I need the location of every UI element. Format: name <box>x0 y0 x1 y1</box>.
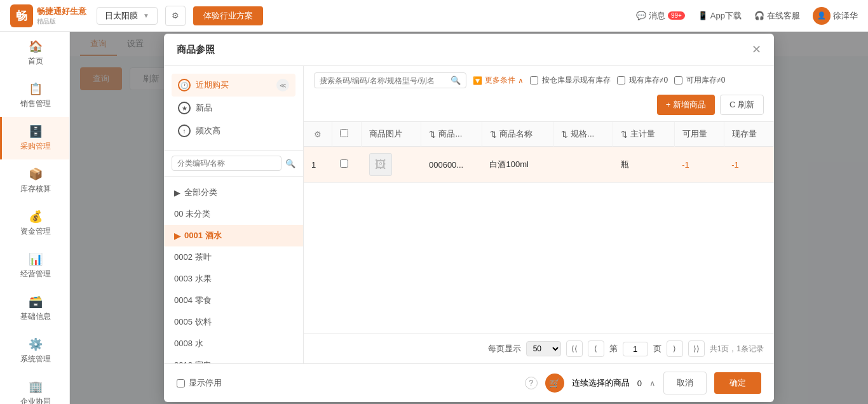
th-spec[interactable]: ⇅ 规格... <box>553 122 613 147</box>
enterprise-icon: 🏢 <box>29 380 43 394</box>
th-code[interactable]: ⇅ 商品... <box>421 122 482 147</box>
modal-close-button[interactable]: ✕ <box>752 43 761 57</box>
footer-right-area: ? 🛒 连续选择的商品 0 ∧ 取消 确定 <box>525 372 761 394</box>
last-page-button[interactable]: ⟩⟩ <box>688 340 705 357</box>
checkbox-warehouse[interactable] <box>530 76 538 84</box>
sidebar-item-inventory[interactable]: 📦 库存核算 <box>0 159 69 202</box>
sidebar-label-purchase: 采购管理 <box>20 141 51 152</box>
cancel-button[interactable]: 取消 <box>663 372 707 394</box>
product-search-icon[interactable]: 🔍 <box>451 76 461 85</box>
page-number-input[interactable] <box>623 342 648 356</box>
modal-header: 商品参照 ✕ <box>164 34 774 66</box>
th-unit[interactable]: ⇅ 主计量 <box>613 122 674 147</box>
sidebar-item-purchase[interactable]: 🗄️ 采购管理 <box>0 117 69 159</box>
trial-button[interactable]: 体验行业方案 <box>193 6 263 25</box>
page-size-label: 每页显示 <box>488 343 521 354</box>
sidebar-label-system: 系统管理 <box>20 354 51 365</box>
category-item-0010[interactable]: 0010 家电 <box>164 354 303 363</box>
customer-service-nav-item[interactable]: 🎧 在线客服 <box>754 10 800 22</box>
nav-item-frequent[interactable]: ↑ 频次高 <box>172 119 295 142</box>
select-all-checkbox[interactable] <box>340 129 348 137</box>
next-page-button[interactable]: ⟩ <box>667 340 683 357</box>
show-disabled-checkbox[interactable] <box>177 379 185 387</box>
logo-text-area: 畅捷通好生意 精品版 <box>37 6 86 26</box>
category-item-00[interactable]: 00 未分类 <box>164 203 303 225</box>
category-item-0003[interactable]: 0003 水果 <box>164 268 303 290</box>
sidebar-item-system[interactable]: ⚙️ 系统管理 <box>0 330 69 372</box>
category-item-0005[interactable]: 0005 饮料 <box>164 311 303 333</box>
cell-checkbox <box>332 147 362 183</box>
category-item-0008[interactable]: 0008 水 <box>164 333 303 354</box>
collapse-icon[interactable]: ≪ <box>276 79 289 91</box>
messages-nav-item[interactable]: 💬 消息 99+ <box>636 10 685 22</box>
sidebar-label-sales: 销售管理 <box>20 98 51 109</box>
sidebar-item-enterprise[interactable]: 🏢 企业协同 <box>0 372 69 404</box>
checkbox-stock[interactable] <box>617 76 625 84</box>
sidebar-item-operations[interactable]: 📊 经营管理 <box>0 245 69 287</box>
cell-seq: 1 <box>304 147 332 183</box>
top-nav: 畅 畅捷通好生意 精品版 日太阳膜 ▼ ⚙ 体验行业方案 💬 消息 99+ 📱 … <box>0 0 868 32</box>
nav-item-new[interactable]: ★ 新品 <box>172 97 295 119</box>
cell-spec <box>553 147 613 183</box>
product-thumbnail: 🖼 <box>369 153 392 176</box>
checkbox-available[interactable] <box>674 76 682 84</box>
sidebar-item-funds[interactable]: 💰 资金管理 <box>0 202 69 245</box>
store-selector[interactable]: 日太阳膜 ▼ <box>97 7 158 25</box>
category-item-0001[interactable]: ▶ 0001 酒水 <box>164 225 303 246</box>
cell-name: 白酒100ml <box>482 147 553 183</box>
nav-item-recent[interactable]: 🕐 近期购买 ≪ <box>172 74 295 97</box>
sidebar-label-operations: 经营管理 <box>20 269 51 279</box>
main-layout: 🏠 首页 📋 销售管理 🗄️ 采购管理 📦 库存核算 💰 资金管理 📊 经营管理… <box>0 32 868 404</box>
show-disabled-area: 显示停用 <box>177 377 222 389</box>
messages-label: 消息 <box>649 10 665 22</box>
category-search-icon[interactable]: 🔍 <box>285 159 295 168</box>
table-row[interactable]: 1 🖼 000600... 白酒100ml <box>304 147 774 183</box>
category-item-all[interactable]: ▶ 全部分类 <box>164 182 303 203</box>
sidebar-label-basics: 基础信息 <box>20 311 51 322</box>
customer-service-label: 在线客服 <box>767 10 800 22</box>
collapse-up-icon[interactable]: ∧ <box>649 379 656 388</box>
logo-icon: 畅 <box>10 4 33 27</box>
app-download-nav-item[interactable]: 📱 App下载 <box>698 10 742 22</box>
modal-toolbar: 🔍 🔽 更多条件 ∧ 按仓库显示现有库存 <box>304 66 774 122</box>
page-size-select[interactable]: 10 20 50 100 <box>526 341 561 356</box>
help-icon[interactable]: ? <box>525 377 538 389</box>
basics-icon: 🗃️ <box>29 295 43 309</box>
user-profile-nav-item[interactable]: 👤 徐泽华 <box>813 7 858 25</box>
prev-page-button[interactable]: ⟨ <box>588 340 604 357</box>
add-product-button[interactable]: + 新增商品 <box>657 95 715 115</box>
cart-label: 连续选择的商品 <box>572 377 630 389</box>
modal-body: 🕐 近期购买 ≪ ★ 新品 ↑ 频次高 <box>164 66 774 363</box>
category-label-0001: 0001 酒水 <box>184 230 222 241</box>
refresh-button[interactable]: C 刷新 <box>720 95 764 115</box>
sales-icon: 📋 <box>29 82 43 96</box>
new-icon: ★ <box>178 102 191 114</box>
filter-icon: 🔽 <box>473 76 482 85</box>
th-settings[interactable]: ⚙ <box>304 122 332 147</box>
th-name[interactable]: ⇅ 商品名称 <box>482 122 553 147</box>
more-filters-button[interactable]: 🔽 更多条件 ∧ <box>473 75 524 86</box>
settings-button[interactable]: ⚙ <box>165 6 186 26</box>
category-label-all: 全部分类 <box>184 187 217 198</box>
first-page-button[interactable]: ⟨⟨ <box>566 340 583 357</box>
logo-sub: 精品版 <box>37 17 86 26</box>
sidebar-item-basics[interactable]: 🗃️ 基础信息 <box>0 287 69 330</box>
modal-title: 商品参照 <box>177 44 215 56</box>
sidebar-item-home[interactable]: 🏠 首页 <box>0 32 69 74</box>
cell-image: 🖼 <box>362 147 421 183</box>
th-checkbox <box>332 122 362 147</box>
cell-code: 000600... <box>421 147 482 183</box>
product-search-input[interactable] <box>320 76 447 85</box>
row-checkbox[interactable] <box>340 159 348 168</box>
sidebar-item-sales[interactable]: 📋 销售管理 <box>0 74 69 117</box>
page-label: 第 <box>609 343 618 354</box>
sidebar-label-home: 首页 <box>28 56 43 67</box>
checkbox-group-warehouse: 按仓库显示现有库存 <box>530 75 611 86</box>
frequent-icon: ↑ <box>178 125 191 137</box>
expand-arrow-all: ▶ <box>174 188 180 198</box>
category-search-input[interactable] <box>172 156 281 171</box>
confirm-button[interactable]: 确定 <box>714 372 761 394</box>
category-item-0004[interactable]: 0004 零食 <box>164 290 303 311</box>
category-item-0002[interactable]: 0002 茶叶 <box>164 246 303 268</box>
cart-count: 0 <box>637 379 642 388</box>
